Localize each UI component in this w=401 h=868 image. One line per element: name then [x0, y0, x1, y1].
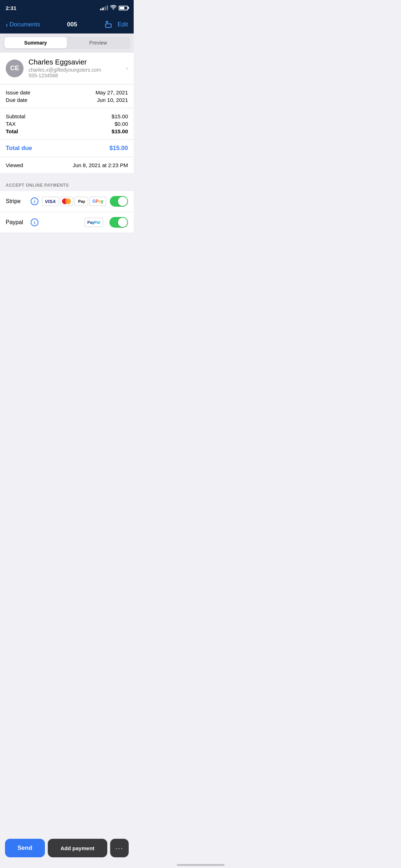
tab-summary[interactable]: Summary: [4, 37, 67, 48]
contact-email: charles.x@giftedyoungsters.com: [29, 67, 126, 73]
status-time: 2:31: [6, 5, 16, 11]
signal-icon: [100, 5, 108, 10]
payments-header: ACCEPT ONLINE PAYMENTS: [0, 176, 134, 191]
stripe-row: Stripe i VISA Pay GPay: [0, 191, 134, 212]
status-icons: [100, 5, 128, 11]
status-bar: 2:31: [0, 0, 134, 16]
segment-control: Summary Preview: [4, 36, 130, 49]
total-label: Total: [6, 128, 18, 134]
back-label: Documents: [10, 21, 40, 28]
nav-bar: ‹ Documents 005 Edit: [0, 16, 134, 33]
nav-title: 005: [67, 21, 77, 28]
due-date-value: Jun 10, 2021: [97, 97, 128, 103]
paypal-toggle-knob: [118, 218, 127, 227]
paypal-toggle[interactable]: [109, 217, 128, 228]
paypal-row: Paypal i PayPal: [0, 212, 134, 233]
due-date-label: Due date: [6, 97, 27, 103]
subtotal-label: Subtotal: [6, 113, 25, 119]
total-due-label: Total due: [6, 145, 32, 152]
stripe-toggle-knob: [118, 197, 127, 206]
segment-container: Summary Preview: [0, 33, 134, 52]
tab-preview[interactable]: Preview: [67, 37, 130, 48]
dates-section: Issue date May 27, 2021 Due date Jun 10,…: [0, 84, 134, 108]
total-value: $15.00: [112, 128, 128, 134]
total-due-section: Total due $15.00: [0, 140, 134, 157]
contact-name: Charles Eggsavier: [29, 58, 126, 66]
back-chevron-icon: ‹: [6, 21, 8, 29]
share-button[interactable]: [104, 20, 113, 30]
stripe-toggle[interactable]: [110, 196, 128, 207]
payments-section: ACCEPT ONLINE PAYMENTS Stripe i VISA Pay…: [0, 176, 134, 233]
due-date-row: Due date Jun 10, 2021: [6, 97, 128, 103]
stripe-label: Stripe: [6, 198, 27, 205]
tax-value: $0.00: [114, 121, 128, 127]
contact-chevron-icon: ›: [126, 64, 128, 72]
paypal-label: Paypal: [6, 219, 27, 226]
tax-row: TAX $0.00: [6, 121, 128, 127]
viewed-section: Viewed Jun 8, 2021 at 2:23 PM: [0, 157, 134, 176]
stripe-badges: VISA Pay GPay: [42, 197, 106, 206]
payments-section-header: ACCEPT ONLINE PAYMENTS: [6, 183, 69, 188]
stripe-info-button[interactable]: i: [31, 197, 38, 205]
contact-info: Charles Eggsavier charles.x@giftedyoungs…: [29, 58, 126, 78]
paypal-badge: PayPal: [84, 218, 103, 227]
visa-badge: VISA: [42, 197, 58, 206]
main-content: CE Charles Eggsavier charles.x@giftedyou…: [0, 52, 134, 176]
amounts-section: Subtotal $15.00 TAX $0.00 Total $15.00: [0, 108, 134, 140]
subtotal-value: $15.00: [112, 113, 128, 119]
total-due-value: $15.00: [109, 145, 128, 152]
battery-icon: [119, 6, 128, 10]
issue-date-label: Issue date: [6, 89, 30, 95]
edit-button[interactable]: Edit: [118, 21, 128, 28]
avatar: CE: [6, 60, 24, 77]
svg-rect-0: [106, 24, 111, 27]
nav-actions: Edit: [104, 20, 128, 30]
issue-date-value: May 27, 2021: [96, 89, 128, 95]
contact-phone: 555-1234568: [29, 73, 126, 78]
issue-date-row: Issue date May 27, 2021: [6, 89, 128, 95]
back-button[interactable]: ‹ Documents: [6, 21, 40, 29]
total-row: Total $15.00: [6, 128, 128, 134]
contact-row[interactable]: CE Charles Eggsavier charles.x@giftedyou…: [0, 52, 134, 84]
mastercard-badge: [60, 197, 73, 206]
viewed-value: Jun 8, 2021 at 2:23 PM: [73, 162, 128, 168]
subtotal-row: Subtotal $15.00: [6, 113, 128, 119]
gpay-badge: GPay: [89, 197, 106, 206]
paypal-info-button[interactable]: i: [31, 218, 38, 226]
wifi-icon: [110, 5, 117, 11]
bottom-spacer: [0, 233, 134, 276]
applepay-badge: Pay: [74, 197, 88, 206]
tax-label: TAX: [6, 121, 16, 127]
viewed-label: Viewed: [6, 162, 23, 168]
